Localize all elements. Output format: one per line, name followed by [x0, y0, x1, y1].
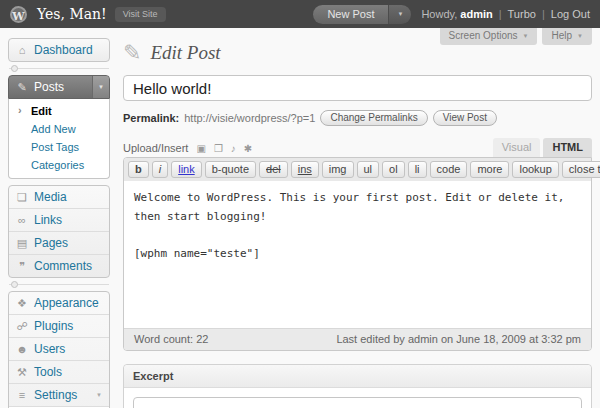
blockquote-button[interactable]: b-quote	[205, 161, 256, 178]
screen-options-button[interactable]: Screen Options ▼	[440, 28, 538, 45]
posts-menu-group: ✎ Posts ▼ › Edit Add New Post Tags Categ…	[8, 75, 110, 179]
img-button[interactable]: img	[322, 161, 354, 178]
settings-menu-box: ❖ Appearance ☍ Plugins ☻ Users ⚒ Tools ≡…	[8, 291, 110, 408]
excerpt-header[interactable]: Excerpt	[124, 365, 591, 388]
user-info: Howdy, admin | Turbo | Log Out	[421, 8, 590, 20]
italic-button[interactable]: i	[152, 161, 168, 178]
close-tags-button[interactable]: close tags	[562, 161, 600, 178]
sidebar-item-label: Pages	[34, 236, 68, 250]
ins-button[interactable]: ins	[291, 161, 319, 178]
sidebar-item-media[interactable]: ❏ Media	[9, 186, 109, 208]
add-video-icon[interactable]: ❐	[214, 143, 223, 154]
sidebar-item-comments[interactable]: ❞ Comments	[9, 254, 109, 277]
main-content: Screen Options ▼ Help ▼ ✎ Edit Post Perm…	[116, 28, 600, 408]
sidebar-item-post-tags[interactable]: Post Tags	[9, 138, 109, 156]
sidebar-item-dashboard[interactable]: ⌂ Dashboard	[9, 39, 109, 61]
post-title-input[interactable]	[123, 75, 592, 101]
logout-link[interactable]: Log Out	[551, 8, 590, 20]
upload-insert-label: Upload/Insert	[123, 142, 188, 154]
permalink-label: Permalink:	[123, 112, 179, 124]
more-button[interactable]: more	[470, 161, 509, 178]
sidebar-item-label: Appearance	[34, 296, 99, 310]
bold-button[interactable]: b	[128, 161, 149, 178]
tools-icon: ⚒	[16, 366, 28, 379]
settings-collapse-icon[interactable]: ▼	[96, 392, 102, 398]
site-name-link[interactable]: Yes, Man!	[37, 6, 107, 22]
collapse-menu-button[interactable]	[11, 281, 18, 288]
appearance-icon: ❖	[16, 297, 28, 310]
links-icon: ∞	[16, 214, 28, 226]
sidebar-item-pages[interactable]: ▤ Pages	[9, 231, 109, 254]
media-buttons-row: Upload/Insert ▣ ❐ ♪ ✱ Visual HTML	[116, 138, 600, 157]
page-title: Edit Post	[150, 42, 220, 64]
dashboard-menu-box: ⌂ Dashboard	[8, 38, 110, 62]
posts-submenu: › Edit Add New Post Tags Categories	[8, 99, 110, 179]
add-image-icon[interactable]: ▣	[196, 143, 205, 154]
sidebar-item-settings[interactable]: ≡ Settings ▼	[9, 383, 109, 406]
post-content-textarea[interactable]: Welcome to WordPress. This is your first…	[124, 181, 591, 328]
sidebar-item-posts[interactable]: ✎ Posts ▼	[8, 75, 110, 99]
editor-footer: Word count: 22 Last edited by admin on J…	[124, 328, 591, 350]
sidebar-item-label: Dashboard	[34, 43, 93, 57]
plugins-icon: ☍	[16, 320, 28, 333]
new-post-label[interactable]: New Post	[313, 5, 388, 24]
permalink-row: Permalink: http://visie/wordpress/?p=1 C…	[123, 110, 600, 126]
separator: |	[542, 8, 545, 20]
chevron-down-icon: ▼	[523, 33, 529, 39]
code-button[interactable]: code	[430, 161, 468, 178]
pages-icon: ▤	[16, 237, 28, 250]
sidebar-item-categories[interactable]: Categories	[9, 156, 109, 174]
turbo-link[interactable]: Turbo	[508, 8, 536, 20]
visit-site-button[interactable]: Visit Site	[115, 7, 166, 22]
new-post-button[interactable]: New Post ▼	[313, 5, 411, 24]
media-icon: ❏	[16, 191, 28, 204]
new-post-dropdown-icon[interactable]: ▼	[388, 5, 411, 24]
sidebar-item-label: Comments	[34, 259, 92, 273]
sidebar-item-appearance[interactable]: ❖ Appearance	[9, 292, 109, 314]
menu-separator	[0, 63, 116, 74]
li-button[interactable]: li	[408, 161, 427, 178]
admin-top-bar: W Yes, Man! Visit Site New Post ▼ Howdy,…	[0, 0, 600, 28]
username: admin	[460, 8, 492, 20]
sidebar-item-label: Users	[34, 342, 65, 356]
del-button[interactable]: del	[259, 161, 288, 178]
permalink-url: http://visie/wordpress/?p=1	[184, 112, 315, 124]
chevron-down-icon: ▼	[577, 33, 583, 39]
excerpt-textarea[interactable]	[133, 397, 582, 408]
ol-button[interactable]: ol	[382, 161, 405, 178]
help-button[interactable]: Help ▼	[542, 28, 592, 45]
link-button[interactable]: link	[171, 161, 202, 178]
word-count: Word count: 22	[134, 333, 208, 345]
add-media-icon[interactable]: ✱	[244, 143, 252, 154]
excerpt-body	[124, 388, 591, 408]
edit-post-icon: ✎	[123, 40, 141, 66]
sidebar-item-label: Links	[34, 213, 62, 227]
sidebar-item-edit[interactable]: › Edit	[9, 102, 109, 120]
posts-collapse-icon[interactable]: ▼	[92, 76, 109, 98]
collapse-menu-button[interactable]	[11, 65, 18, 72]
view-post-button[interactable]: View Post	[433, 110, 497, 126]
tab-html[interactable]: HTML	[543, 138, 592, 157]
add-audio-icon[interactable]: ♪	[231, 143, 236, 154]
sidebar-item-users[interactable]: ☻ Users	[9, 337, 109, 360]
menu-separator	[0, 279, 116, 290]
sidebar-item-links[interactable]: ∞ Links	[9, 208, 109, 231]
ul-button[interactable]: ul	[357, 161, 380, 178]
wordpress-logo-icon: W	[10, 6, 27, 23]
screen-meta-tabs: Screen Options ▼ Help ▼	[440, 28, 592, 45]
topbar-right: New Post ▼ Howdy, admin | Turbo | Log Ou…	[313, 5, 590, 24]
separator-line	[9, 68, 109, 69]
sidebar-item-add-new[interactable]: Add New	[9, 120, 109, 138]
current-item-arrow-icon: ›	[18, 104, 22, 116]
sidebar-item-label: Plugins	[34, 319, 73, 333]
sidebar-item-tools[interactable]: ⚒ Tools	[9, 360, 109, 383]
admin-sidebar: ⌂ Dashboard ✎ Posts ▼ › Edit Add New Pos…	[0, 28, 116, 408]
change-permalinks-button[interactable]: Change Permalinks	[320, 110, 427, 126]
excerpt-postbox: Excerpt	[123, 364, 592, 408]
settings-icon: ≡	[16, 389, 28, 401]
sidebar-item-label: Tools	[34, 365, 62, 379]
help-label: Help	[551, 30, 572, 41]
lookup-button[interactable]: lookup	[512, 161, 558, 178]
tab-visual[interactable]: Visual	[493, 138, 541, 157]
sidebar-item-plugins[interactable]: ☍ Plugins	[9, 314, 109, 337]
